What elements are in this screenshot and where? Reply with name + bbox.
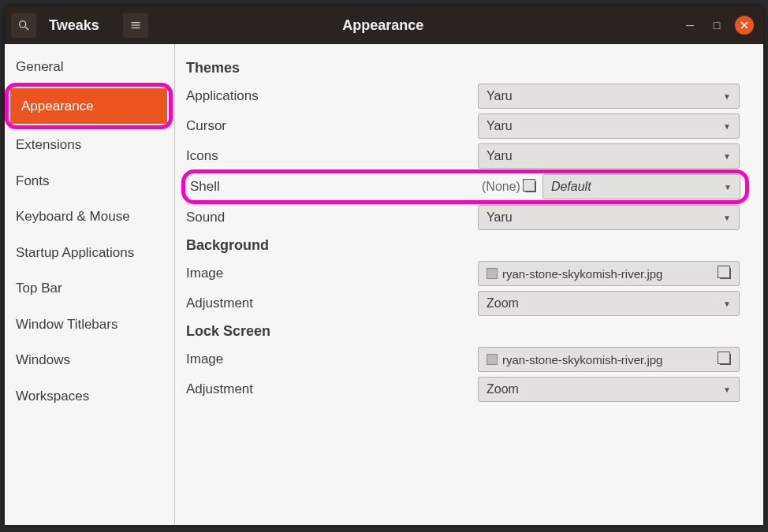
section-title: Lock Screen <box>186 323 744 340</box>
dropdown-value: Yaru <box>487 149 513 163</box>
chevron-down-icon: ▼ <box>723 385 731 394</box>
setting-label: Cursor <box>186 118 478 134</box>
sidebar-item-fonts[interactable]: Fonts <box>5 163 174 199</box>
sidebar-item-extensions[interactable]: Extensions <box>5 127 174 163</box>
sidebar-item-windows[interactable]: Windows <box>5 342 174 378</box>
dropdown-value: Zoom <box>487 382 519 396</box>
titlebar: Tweaks Appearance ─ □ <box>5 6 763 44</box>
sidebar-item-keyboard-mouse[interactable]: Keyboard & Mouse <box>5 199 174 235</box>
sidebar-item-appearance[interactable]: Appearance <box>10 88 167 125</box>
dropdown-value: Yaru <box>487 210 513 225</box>
chevron-down-icon: ▼ <box>724 183 732 192</box>
image-file-icon <box>487 268 498 279</box>
svg-line-1 <box>25 27 28 30</box>
chevron-down-icon: ▼ <box>723 92 731 101</box>
dropdown-value: Default <box>551 180 591 194</box>
dropdown-value: Zoom <box>487 296 519 311</box>
section-title: Background <box>186 237 744 254</box>
file-chooser[interactable]: ryan-stone-skykomish-river.jpg <box>478 261 740 286</box>
theme-dropdown[interactable]: Yaru▼ <box>478 143 740 169</box>
setting-label: Image <box>186 352 478 367</box>
chevron-down-icon: ▼ <box>723 152 731 161</box>
sidebar: GeneralAppearanceExtensionsFontsKeyboard… <box>5 44 175 525</box>
minimize-button[interactable]: ─ <box>681 17 699 34</box>
setting-label: Sound <box>186 210 478 225</box>
chevron-down-icon: ▼ <box>723 299 731 308</box>
copy-icon[interactable] <box>720 354 731 365</box>
theme-dropdown[interactable]: Yaru▼ <box>478 84 740 109</box>
theme-dropdown[interactable]: Yaru▼ <box>478 113 740 139</box>
theme-dropdown[interactable]: Yaru▼ <box>478 205 740 230</box>
theme-dropdown[interactable]: Default▼ <box>542 174 740 199</box>
search-button[interactable] <box>11 13 36 38</box>
setting-label: Shell <box>190 179 482 195</box>
section-title: Themes <box>186 60 744 76</box>
setting-aux: (None) <box>482 180 536 194</box>
theme-dropdown[interactable]: Zoom▼ <box>478 377 740 402</box>
setting-label: Icons <box>186 148 478 164</box>
image-file-icon <box>487 354 498 365</box>
setting-label: Adjustment <box>186 381 478 397</box>
sidebar-item-top-bar[interactable]: Top Bar <box>5 270 174 307</box>
setting-label: Adjustment <box>186 296 478 311</box>
theme-dropdown[interactable]: Zoom▼ <box>478 291 740 316</box>
maximize-button[interactable]: □ <box>708 17 725 34</box>
chevron-down-icon: ▼ <box>723 214 731 222</box>
close-button[interactable] <box>735 16 754 35</box>
sidebar-item-startup-applications[interactable]: Startup Applications <box>5 235 174 271</box>
file-name: ryan-stone-skykomish-river.jpg <box>502 267 662 281</box>
dropdown-value: Yaru <box>487 119 513 133</box>
file-chooser[interactable]: ryan-stone-skykomish-river.jpg <box>478 347 740 372</box>
copy-icon[interactable] <box>525 181 536 192</box>
setting-label: Image <box>186 266 478 281</box>
svg-point-0 <box>20 21 26 28</box>
content-pane: ThemesApplicationsYaru▼CursorYaru▼IconsY… <box>175 44 763 525</box>
dropdown-value: Yaru <box>487 89 513 103</box>
sidebar-item-general[interactable]: General <box>5 49 174 85</box>
close-icon <box>740 21 748 29</box>
chevron-down-icon: ▼ <box>723 122 731 131</box>
sidebar-item-workspaces[interactable]: Workspaces <box>5 378 174 415</box>
page-title: Appearance <box>91 17 675 34</box>
setting-label: Applications <box>186 88 478 104</box>
file-name: ryan-stone-skykomish-river.jpg <box>502 353 662 366</box>
sidebar-item-window-titlebars[interactable]: Window Titlebars <box>5 307 174 343</box>
search-icon <box>17 19 30 32</box>
copy-icon[interactable] <box>720 268 731 279</box>
